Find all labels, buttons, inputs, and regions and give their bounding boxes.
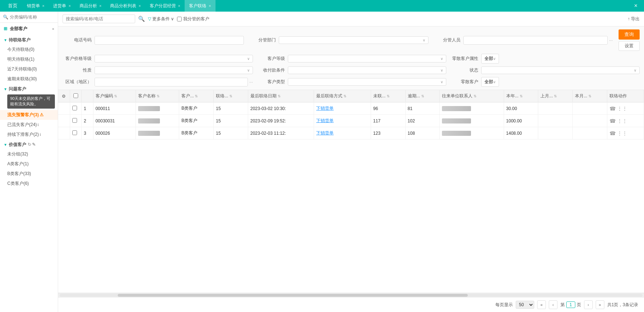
action-contact-icon[interactable]: ☎ [609,106,616,112]
nav-tab-analysis[interactable]: 商品分析 × [75,0,106,12]
th-unit-contacts[interactable]: 往来单位联系人⇅ [440,90,504,102]
scrollbar-track [60,294,643,297]
funnel-icon: ▽ [148,16,151,21]
export-button[interactable]: ↑ 导出 [628,16,640,22]
row-select-checkbox[interactable] [72,118,77,123]
zero-attr-select[interactable]: 全部 ∨ [481,54,499,64]
sidebar-search-box: 🔍 [0,12,58,23]
row-last-way[interactable]: 下销货单 [314,115,371,127]
th-name[interactable]: 客户名称⇅ [136,90,179,102]
sidebar-item-churn-warning[interactable]: 流失预警客户(3) ⚠ [0,110,58,120]
more-dots-icon[interactable]: ··· [609,38,613,43]
nav-home[interactable]: 首页 [3,3,23,9]
close-tab-purchase[interactable]: × [68,4,71,8]
row-select-checkbox[interactable] [72,106,77,110]
th-uncontacted[interactable]: 未联...⇅ [371,90,405,102]
last-page-button[interactable]: » [596,300,604,309]
action-more-icon[interactable]: ⋮⋮ [617,130,627,136]
nav-tab-purchase[interactable]: 进货单 × [49,0,75,12]
select-all-checkbox[interactable] [73,93,78,98]
sidebar-item-class-c[interactable]: C类客户(6) [0,179,58,189]
price-level-select[interactable]: ∨ [94,55,253,62]
th-this-year[interactable]: 本年...⇅ [504,90,538,102]
status-select[interactable]: ∨ [481,66,640,74]
row-checkbox[interactable] [70,115,81,127]
region-dots-icon[interactable]: ··· [249,80,253,85]
nav-tab-customer-layer[interactable]: 客户分层经营 × [145,0,185,12]
row-name [136,127,179,139]
customer-type-select[interactable]: ∨ [288,78,446,86]
action-contact-icon[interactable]: ☎ [609,118,616,124]
th-checkbox[interactable] [70,90,81,102]
pagination-page-info: 第 1 页 [560,301,581,308]
nav-tab-analysis-list[interactable]: 商品分析列表 × [106,0,145,12]
dept-select[interactable]: ∨ [279,36,428,44]
horizontal-scrollbar[interactable] [58,293,644,297]
sidebar-item-7days[interactable]: 近7天待联络(0) [0,64,58,74]
close-tab-analysis-list[interactable]: × [138,4,141,8]
payment-select[interactable]: ∨ [288,66,446,74]
row-last-way[interactable]: 下销货单 [314,102,371,115]
region-input[interactable] [94,78,248,86]
sidebar-all-customers[interactable]: ⊞ 全部客户 « [0,23,58,35]
th-overdue[interactable]: 逾期...⇅ [405,90,440,102]
nature-select[interactable]: ∨ [94,66,253,74]
sidebar-item-tomorrow[interactable]: 明天待联络(1) [0,54,58,64]
nav-tab-customer-contact[interactable]: 客户联络 × [185,0,215,12]
sidebar-item-today[interactable]: 今天待联络(0) [0,45,58,54]
close-tab-analysis[interactable]: × [99,4,101,8]
sort-icon: ⇅ [387,94,390,98]
query-button[interactable]: 查询 [619,29,640,40]
th-contacts[interactable]: 联络...⇅ [214,90,248,102]
price-level-label: 客户价格等级 [63,56,92,62]
person-input[interactable] [463,36,608,45]
first-page-button[interactable]: « [537,300,546,309]
search-button[interactable]: 🔍 [138,16,145,22]
settings-button[interactable]: 设置 [619,41,640,51]
row-checkbox[interactable] [70,102,81,115]
more-conditions-button[interactable]: ▽ 更多条件 ∨ [148,16,174,22]
close-tab-sales[interactable]: × [42,4,44,8]
per-page-select[interactable]: 50 100 200 [516,301,534,309]
sidebar-item-declining[interactable]: 持续下滑客户(2) ℹ [0,130,58,139]
th-last-way[interactable]: 最后联络方式⇅ [314,90,371,102]
row-checkbox[interactable] [70,127,81,139]
th-last-date[interactable]: 最后联络日期⇅ [248,90,314,102]
th-this-month[interactable]: 本月...⇅ [572,90,607,102]
sidebar-item-churned[interactable]: 已流失客户(24) ℹ [0,120,58,130]
search-input[interactable] [63,15,135,23]
action-more-icon[interactable]: ⋮⋮ [617,106,627,112]
th-last-month[interactable]: 上月...⇅ [538,90,573,102]
row-last-way[interactable]: 下销货单 [314,127,371,139]
sidebar-item-class-b[interactable]: B类客户(33) [0,169,58,179]
row-overdue: 81 [405,102,440,115]
sidebar-section-value[interactable]: ▼ 价值客户 ↻ ✎ [0,139,58,149]
action-contact-icon[interactable]: ☎ [609,130,616,136]
nav-tab-sales[interactable]: 销货单 × [23,0,49,12]
filter-customer-type-field: 客户类型 ∨ [256,78,446,86]
th-settings[interactable]: ⚙ [58,90,70,102]
th-code[interactable]: 客户编码⇅ [93,90,136,102]
close-tab-customer-layer[interactable]: × [178,4,180,8]
sidebar-section-pending[interactable]: ▼ 待联络客户 [0,35,58,45]
sidebar-item-class-a[interactable]: A类客户(1) [0,159,58,169]
my-customers-checkbox-label[interactable]: 我分管的客户 [177,16,209,22]
edit-icon[interactable]: ✎ [32,142,36,147]
refresh-icon[interactable]: ↻ [28,142,31,147]
prev-page-button[interactable]: ‹ [549,300,558,309]
my-customers-checkbox[interactable] [177,17,182,21]
row-select-checkbox[interactable] [72,130,77,135]
th-category[interactable]: 客户...⇅ [179,90,214,102]
level-select[interactable]: ∨ [288,55,446,62]
close-window-button[interactable]: × [631,3,641,9]
sort-icon: ⇅ [520,94,523,98]
sidebar-item-overdue[interactable]: 逾期未联络(30) [0,74,58,84]
action-more-icon[interactable]: ⋮⋮ [617,118,627,124]
phone-input[interactable] [94,36,244,45]
next-page-button[interactable]: › [584,300,593,309]
zero-customer-select[interactable]: 全部 ∨ [481,77,499,87]
sidebar-search-input[interactable] [10,15,58,20]
sidebar-item-ungroup[interactable]: 未分组(32) [0,149,58,159]
sidebar-section-problem[interactable]: ▼ 问题客户 [0,84,58,94]
close-tab-customer-contact[interactable]: × [209,4,211,8]
